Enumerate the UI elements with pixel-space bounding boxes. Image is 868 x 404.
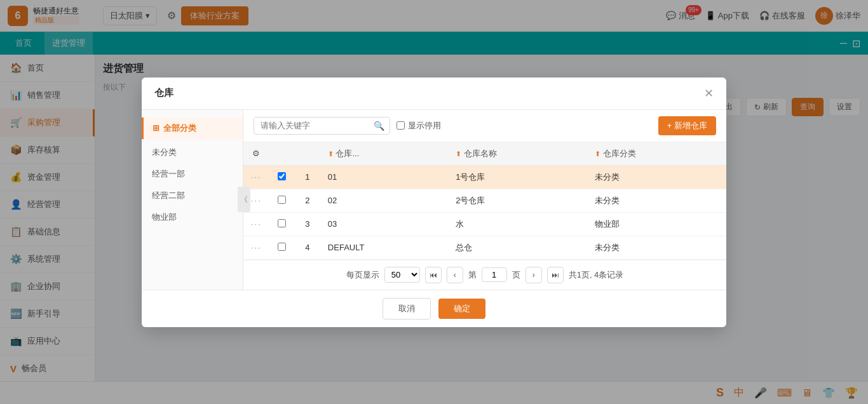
page-label: 页 — [512, 269, 520, 281]
row-name: 2号仓库 — [448, 189, 587, 212]
th-checkbox — [269, 142, 295, 166]
page-word: 第 — [468, 269, 477, 281]
search-button[interactable]: 🔍 — [369, 118, 390, 134]
row-category: 未分类 — [587, 165, 726, 189]
dialog-header: 仓库 ✕ — [142, 77, 726, 110]
row-more[interactable]: ··· — [243, 212, 269, 236]
dialog-body: ⊞ 全部分类 未分类 经营一部 经营二部 物业部 《 🔍 — [142, 110, 726, 290]
close-icon[interactable]: ✕ — [704, 86, 714, 100]
pagination: 每页显示 50 20 100 ⏮ ‹ 第 页 › ⏭ 共1页, 4条记录 — [243, 260, 726, 290]
add-warehouse-button[interactable]: + 新增仓库 — [658, 116, 716, 135]
sort-icon: ⬆ — [456, 150, 461, 158]
row-code: 03 — [320, 212, 448, 236]
category-sidebar: ⊞ 全部分类 未分类 经营一部 经营二部 物业部 《 — [142, 110, 243, 290]
grid-icon: ⊞ — [153, 123, 159, 133]
row-code: 02 — [320, 189, 448, 212]
dialog-footer: 取消 确定 — [142, 290, 726, 327]
row-num: 4 — [295, 236, 320, 259]
warehouse-dialog: 仓库 ✕ ⊞ 全部分类 未分类 经营一部 经营二部 物业部 《 — [142, 77, 726, 327]
collapse-button[interactable]: 《 — [238, 187, 250, 212]
category-header[interactable]: ⊞ 全部分类 — [142, 118, 243, 139]
dialog-overlay: 仓库 ✕ ⊞ 全部分类 未分类 经营一部 经营二部 物业部 《 — [0, 0, 868, 404]
row-category: 物业部 — [587, 212, 726, 236]
show-disabled-label[interactable]: 显示停用 — [397, 120, 441, 131]
th-settings: ⚙ — [243, 142, 269, 166]
warehouse-table: ⚙ ⬆ 仓库... ⬆ 仓库名称 — [243, 142, 726, 260]
row-name: 总仓 — [448, 236, 587, 259]
th-code: ⬆ 仓库... — [320, 142, 448, 166]
search-input[interactable] — [254, 118, 369, 133]
th-category: ⬆ 仓库分类 — [587, 142, 726, 166]
row-category: 未分类 — [587, 236, 726, 259]
row-num: 1 — [295, 165, 320, 189]
dialog-main: 🔍 显示停用 + 新增仓库 ⚙ — [243, 110, 726, 290]
dialog-toolbar-left: 🔍 显示停用 — [254, 117, 441, 135]
row-name: 1号仓库 — [448, 165, 587, 189]
row-more[interactable]: ··· — [243, 236, 269, 259]
next-page-button[interactable]: › — [526, 267, 542, 283]
sort-icon: ⬆ — [595, 150, 600, 158]
sort-icon: ⬆ — [328, 150, 334, 158]
row-checkbox[interactable] — [269, 236, 295, 259]
first-page-button[interactable]: ⏮ — [425, 267, 442, 283]
row-name: 水 — [448, 212, 587, 236]
prev-page-button[interactable]: ‹ — [447, 267, 463, 283]
table-row[interactable]: ··· 4 DEFAULT 总仓 未分类 — [243, 236, 726, 259]
search-wrap: 🔍 — [254, 117, 390, 135]
show-disabled-checkbox[interactable] — [397, 121, 405, 130]
cancel-button[interactable]: 取消 — [383, 298, 431, 320]
row-more[interactable]: ··· — [243, 165, 269, 189]
th-name: ⬆ 仓库名称 — [448, 142, 587, 166]
row-num: 3 — [295, 212, 320, 236]
category-item-property[interactable]: 物业部 — [142, 206, 243, 228]
confirm-button[interactable]: 确定 — [438, 299, 485, 319]
row-checkbox[interactable] — [269, 165, 295, 189]
row-code: DEFAULT — [320, 236, 448, 259]
row-category: 未分类 — [587, 189, 726, 212]
table-body: ··· 1 01 1号仓库 未分类 ··· 2 02 2号仓库 未分类 ··· … — [243, 165, 726, 259]
table-header-row: ⚙ ⬆ 仓库... ⬆ 仓库名称 — [243, 142, 726, 166]
dialog-toolbar: 🔍 显示停用 + 新增仓库 — [243, 110, 726, 142]
row-checkbox[interactable] — [269, 189, 295, 212]
row-checkbox[interactable] — [269, 212, 295, 236]
page-size-select[interactable]: 50 20 100 — [384, 267, 420, 283]
table-row[interactable]: ··· 2 02 2号仓库 未分类 — [243, 189, 726, 212]
page-number-input[interactable] — [482, 267, 507, 282]
page-size-label: 每页显示 — [346, 269, 379, 281]
category-item-operations1[interactable]: 经营一部 — [142, 163, 243, 185]
row-num: 2 — [295, 189, 320, 212]
table-row[interactable]: ··· 3 03 水 物业部 — [243, 212, 726, 236]
table-wrap: ⚙ ⬆ 仓库... ⬆ 仓库名称 — [243, 142, 726, 260]
category-item-unclassified[interactable]: 未分类 — [142, 142, 243, 163]
th-num — [295, 142, 320, 166]
dialog-title: 仓库 — [154, 87, 173, 99]
last-page-button[interactable]: ⏭ — [547, 267, 564, 283]
total-label: 共1页, 4条记录 — [569, 269, 624, 281]
row-code: 01 — [320, 165, 448, 189]
table-row[interactable]: ··· 1 01 1号仓库 未分类 — [243, 165, 726, 189]
category-item-operations2[interactable]: 经营二部 — [142, 185, 243, 206]
